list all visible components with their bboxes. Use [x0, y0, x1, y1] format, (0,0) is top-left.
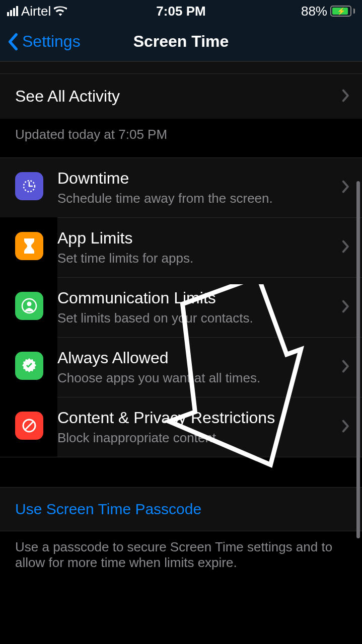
back-label: Settings: [22, 32, 81, 51]
status-right: 88% ⚡: [301, 4, 355, 19]
updated-footer: Updated today at 7:05 PM: [0, 119, 362, 157]
wifi-icon: [54, 6, 67, 16]
battery-icon: ⚡: [330, 6, 355, 17]
content-privacy-subtitle: Block inappropriate content.: [57, 430, 352, 446]
no-sign-icon: [15, 412, 43, 440]
carrier-label: Airtel: [21, 4, 51, 19]
svg-point-2: [27, 302, 32, 306]
app-limits-title: App Limits: [57, 229, 352, 248]
always-allowed-row[interactable]: Always Allowed Choose apps you want at a…: [57, 337, 362, 397]
cellular-signal-icon: [7, 6, 18, 16]
communication-limits-title: Communication Limits: [57, 289, 352, 307]
downtime-title: Downtime: [57, 169, 352, 188]
chevron-right-icon: [342, 180, 350, 195]
checkmark-seal-icon: [15, 352, 43, 380]
content-privacy-title: Content & Privacy Restrictions: [57, 409, 352, 427]
downtime-row[interactable]: Downtime Schedule time away from the scr…: [0, 158, 362, 217]
chevron-right-icon: [342, 300, 350, 315]
svg-line-4: [25, 422, 33, 430]
communication-limits-row[interactable]: Communication Limits Set limits based on…: [57, 277, 362, 337]
person-circle-icon: [15, 292, 43, 320]
use-passcode-button[interactable]: Use Screen Time Passcode: [0, 487, 362, 531]
chevron-right-icon: [342, 360, 350, 375]
page-title: Screen Time: [133, 32, 229, 51]
downtime-subtitle: Schedule time away from the screen.: [57, 191, 352, 206]
scrollbar-indicator: [356, 181, 360, 538]
app-limits-row[interactable]: App Limits Set time limits for apps.: [57, 217, 362, 277]
hourglass-icon: [15, 232, 43, 260]
passcode-footer: Use a passcode to secure Screen Time set…: [0, 531, 362, 586]
back-button[interactable]: Settings: [7, 32, 81, 51]
downtime-icon: [15, 172, 43, 200]
nav-bar: Settings Screen Time: [0, 22, 362, 61]
status-left: Airtel: [7, 4, 67, 19]
status-bar: Airtel 7:05 PM 88% ⚡: [0, 0, 362, 22]
chevron-right-icon: [342, 89, 350, 104]
battery-percent: 88%: [301, 4, 327, 19]
always-allowed-title: Always Allowed: [57, 349, 352, 367]
chevron-right-icon: [342, 420, 350, 435]
use-passcode-label: Use Screen Time Passcode: [15, 501, 201, 517]
status-time: 7:05 PM: [156, 4, 205, 19]
content-privacy-row[interactable]: Content & Privacy Restrictions Block ina…: [57, 397, 362, 457]
see-all-activity-row[interactable]: See All Activity: [0, 73, 362, 119]
always-allowed-subtitle: Choose apps you want at all times.: [57, 370, 352, 386]
app-limits-subtitle: Set time limits for apps.: [57, 251, 352, 266]
see-all-activity-label: See All Activity: [15, 87, 120, 106]
chevron-left-icon: [7, 33, 18, 51]
communication-limits-subtitle: Set limits based on your contacts.: [57, 310, 352, 326]
section-spacer: [0, 457, 362, 487]
chevron-right-icon: [342, 240, 350, 255]
